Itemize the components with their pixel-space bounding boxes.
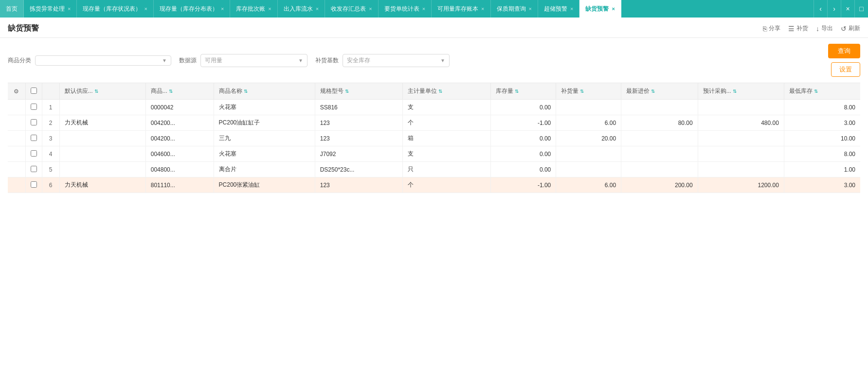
- row-checkbox[interactable]: [31, 119, 37, 125]
- row-checkbox-cell[interactable]: [25, 177, 42, 193]
- row-goods-code-cell: 0000042: [145, 100, 214, 115]
- filter-bar: 商品分类 ▼ 数据源 可用量 ▼ 补货基数 安全库存 ▼ 查询 设置: [0, 38, 868, 83]
- tab-close-shortage[interactable]: ×: [612, 6, 615, 12]
- table-row[interactable]: 6 力天机械 801110... PC200张紧油缸 123 个 -1.00 6…: [8, 177, 860, 193]
- th-stock[interactable]: 库存量 ⇅: [491, 83, 556, 100]
- tab-expiry-query[interactable]: 保质期查询 ×: [491, 0, 538, 18]
- spec-sort[interactable]: 规格型号 ⇅: [320, 87, 349, 95]
- table-row[interactable]: 4 004600... 火花塞 J7092 支 0.00 8.00: [8, 146, 860, 162]
- row-checkbox-cell[interactable]: [25, 131, 42, 146]
- supplier-sort[interactable]: 默认供应... ⇅: [65, 87, 98, 95]
- stock-sort[interactable]: 库存量 ⇅: [496, 87, 519, 95]
- th-unit[interactable]: 主计量单位 ⇅: [403, 83, 491, 100]
- tab-close-collect-summary[interactable]: ×: [369, 6, 372, 12]
- tab-overstock[interactable]: 超储预警 ×: [538, 0, 579, 18]
- row-checkbox-cell[interactable]: [25, 100, 42, 115]
- select-all-checkbox[interactable]: [31, 88, 37, 94]
- row-checkbox-cell[interactable]: [25, 115, 42, 131]
- row-unit-cell: 个: [403, 177, 491, 193]
- row-checkbox[interactable]: [31, 166, 37, 172]
- tab-inout-flow[interactable]: 出入库流水 ×: [278, 0, 325, 18]
- th-est-purchase[interactable]: 预计采购... ⇅: [698, 83, 784, 100]
- unit-sort[interactable]: 主计量单位 ⇅: [408, 87, 442, 95]
- replenish-sort[interactable]: 补货量 ⇅: [561, 87, 584, 95]
- row-goods-name-cell: 三九: [214, 131, 315, 146]
- tab-close-expiry-query[interactable]: ×: [529, 6, 532, 12]
- th-replenish[interactable]: 补货量 ⇅: [556, 83, 621, 100]
- th-spec[interactable]: 规格型号 ⇅: [315, 83, 403, 100]
- th-checkbox: [25, 83, 42, 100]
- row-checkbox[interactable]: [31, 181, 37, 188]
- row-checkbox[interactable]: [31, 150, 37, 157]
- latest-price-sort[interactable]: 最新进价 ⇅: [626, 87, 655, 95]
- tab-close-inventory-dist[interactable]: ×: [221, 6, 224, 12]
- category-select[interactable]: ▼: [35, 55, 171, 66]
- settings-gear-icon[interactable]: ⚙: [13, 88, 20, 95]
- row-checkbox[interactable]: [31, 104, 37, 110]
- category-filter: 商品分类 ▼: [8, 55, 171, 66]
- replenish-button[interactable]: ☰ 补货: [788, 24, 808, 33]
- tab-inventory-dist[interactable]: 现存量（库存分布表） ×: [154, 0, 230, 18]
- table-header-row: ⚙ 默认供应... ⇅ 商品...: [8, 83, 860, 100]
- settings-button[interactable]: 设置: [831, 62, 860, 77]
- row-min-stock-cell: 3.00: [784, 115, 860, 131]
- row-settings-cell: [8, 162, 25, 177]
- table-row[interactable]: 5 004800... 离合片 DS250*23c... 只 0.00 1.00: [8, 162, 860, 177]
- tab-close-demand-stats[interactable]: ×: [422, 6, 425, 12]
- th-latest-price[interactable]: 最新进价 ⇅: [621, 83, 698, 100]
- row-spec-cell: 123: [315, 115, 403, 131]
- th-settings[interactable]: ⚙: [8, 83, 25, 100]
- th-min-stock[interactable]: 最低库存 ⇅: [784, 83, 860, 100]
- row-goods-code-cell: 801110...: [145, 177, 214, 193]
- share-button[interactable]: ⎘ 分享: [763, 24, 780, 33]
- tab-nav-next[interactable]: ›: [827, 0, 841, 18]
- refresh-button[interactable]: ↺ 刷新: [841, 24, 860, 33]
- min-stock-sort[interactable]: 最低库存 ⇅: [789, 87, 818, 95]
- row-settings-cell: [8, 131, 25, 146]
- tab-inventory-status[interactable]: 现存量（库存状况表） ×: [77, 0, 153, 18]
- replenish-base-select-arrow: ▼: [440, 58, 445, 63]
- replenish-base-select[interactable]: 安全库存 ▼: [343, 54, 450, 67]
- tab-close-available-ledger[interactable]: ×: [481, 6, 484, 12]
- tab-available-ledger[interactable]: 可用量库存账本 ×: [432, 0, 490, 18]
- table-row[interactable]: 2 力天机械 004200... PC200油缸缸子 123 个 -1.00 6…: [8, 115, 860, 131]
- tab-batch-account[interactable]: 库存批次账 ×: [230, 0, 277, 18]
- query-button[interactable]: 查询: [828, 44, 860, 58]
- tab-close-inventory-status[interactable]: ×: [144, 6, 147, 12]
- row-checkbox[interactable]: [31, 135, 37, 141]
- tab-close-overstock[interactable]: ×: [570, 6, 573, 12]
- tab-close-abnormal[interactable]: ×: [68, 6, 71, 12]
- tab-demand-stats[interactable]: 要货单统计表 ×: [379, 0, 432, 18]
- replenish-sort-icon: ⇅: [580, 88, 584, 94]
- min-stock-sort-icon: ⇅: [814, 88, 818, 94]
- export-button[interactable]: ↓ 导出: [816, 24, 833, 33]
- tab-home[interactable]: 首页: [0, 0, 24, 18]
- goods-code-sort[interactable]: 商品... ⇅: [151, 87, 173, 95]
- tab-abnormal[interactable]: 拣货异常处理 ×: [24, 0, 77, 18]
- tab-maximize[interactable]: □: [854, 0, 868, 18]
- th-supplier[interactable]: 默认供应... ⇅: [59, 83, 145, 100]
- row-latest-price-cell: [621, 146, 698, 162]
- tab-shortage[interactable]: 缺货预警 ×: [579, 0, 621, 18]
- datasource-select[interactable]: 可用量 ▼: [200, 54, 307, 67]
- row-checkbox-cell[interactable]: [25, 162, 42, 177]
- table-row[interactable]: 1 0000042 火花塞 SS816 支 0.00 8.00: [8, 100, 860, 115]
- table-row[interactable]: 3 004200... 三九 123 箱 0.00 20.00 10.00: [8, 131, 860, 146]
- est-purchase-sort[interactable]: 预计采购... ⇅: [703, 87, 737, 95]
- tab-close-batch-account[interactable]: ×: [268, 6, 271, 12]
- th-goods-name[interactable]: 商品名称 ⇅: [214, 83, 315, 100]
- th-goods-code[interactable]: 商品... ⇅: [145, 83, 214, 100]
- row-goods-code-cell: 004200...: [145, 131, 214, 146]
- supplier-sort-icon: ⇅: [94, 88, 98, 94]
- goods-name-sort[interactable]: 商品名称 ⇅: [219, 87, 248, 95]
- row-supplier-cell: [59, 146, 145, 162]
- row-settings-cell: [8, 100, 25, 115]
- tab-close-inout-flow[interactable]: ×: [316, 6, 319, 12]
- row-checkbox-cell[interactable]: [25, 146, 42, 162]
- row-settings-cell: [8, 115, 25, 131]
- tab-nav-prev[interactable]: ‹: [814, 0, 827, 18]
- row-spec-cell: J7092: [315, 146, 403, 162]
- row-goods-code-cell: 004200...: [145, 115, 214, 131]
- tab-close-all[interactable]: ×: [841, 0, 854, 18]
- tab-collect-summary[interactable]: 收发存汇总表 ×: [325, 0, 378, 18]
